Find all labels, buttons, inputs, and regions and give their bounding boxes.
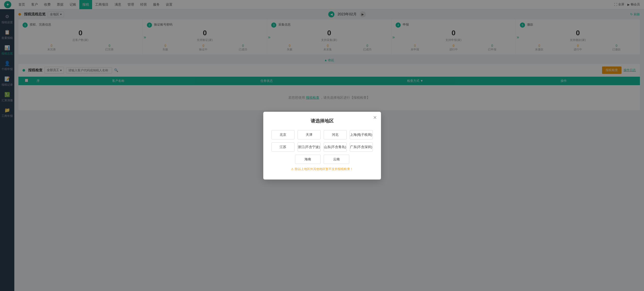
warning-icon: ⚠ [291, 167, 294, 171]
region-btn-zhejiang[interactable]: 浙江(不含宁波) [298, 142, 321, 152]
modal-overlay[interactable]: ✕ 请选择地区 北京 天津 河北 上海(电子税局) 江苏 浙江(不含宁波) 山东… [0, 0, 644, 291]
region-btn-jiangsu[interactable]: 江苏 [271, 142, 294, 152]
region-btn-shandong[interactable]: 山东(不含青岛) [324, 142, 347, 152]
modal-close-btn[interactable]: ✕ [373, 115, 377, 120]
region-btn-shanghai[interactable]: 上海(电子税局) [350, 130, 373, 139]
region-btn-yunnan[interactable]: 云南 [324, 155, 349, 164]
modal-region-row-2: 江苏 浙江(不含宁波) 山东(不含青岛) 广东(不含深圳) [271, 142, 373, 152]
modal-warning: ⚠ 除以上地区外其他地区暂不支持报税检查！ [271, 167, 373, 171]
modal-region-row-1: 北京 天津 河北 上海(电子税局) [271, 130, 373, 139]
region-btn-hebei[interactable]: 河北 [324, 130, 347, 139]
modal-region-row-3: 海南 云南 [271, 155, 373, 164]
modal-title: 请选择地区 [271, 118, 373, 124]
region-btn-guangdong[interactable]: 广东(不含深圳) [350, 142, 373, 152]
region-btn-beijing[interactable]: 北京 [271, 130, 294, 139]
region-select-modal: ✕ 请选择地区 北京 天津 河北 上海(电子税局) 江苏 浙江(不含宁波) 山东… [263, 112, 381, 180]
region-btn-tianjin[interactable]: 天津 [298, 130, 321, 139]
region-btn-hainan[interactable]: 海南 [295, 155, 321, 164]
